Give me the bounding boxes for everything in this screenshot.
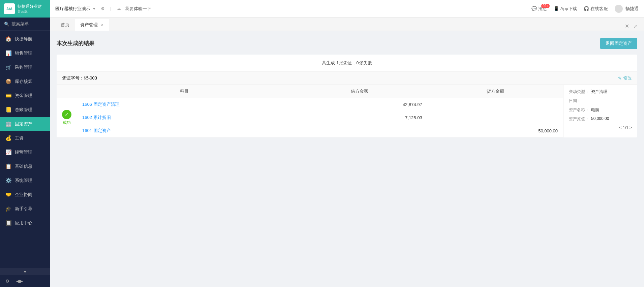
finance-icon: 💳	[5, 93, 11, 99]
user-profile-btn[interactable]: 畅捷通	[615, 5, 639, 13]
search-menu-label: 搜索菜单	[11, 21, 29, 27]
th-debit: 借方金额	[292, 85, 427, 98]
asset-name-row: 资产名称： 电脑	[569, 107, 632, 113]
purchase-icon: 🛒	[5, 64, 11, 70]
voucher-section: 凭证字号：记-003 ✎ 修改 科目 借方金额 贷方金额	[57, 72, 637, 137]
asset-name-label: 资产名称：	[569, 107, 589, 113]
messages-btn[interactable]: 💬 消息 99+	[531, 6, 547, 12]
sidebar-item-basic-info[interactable]: 📋 基础信息	[0, 159, 50, 173]
settings-btn[interactable]: ⚙	[101, 6, 105, 11]
main-content: 医疗器械行业演示 ▾ ⚙ | ☁ 我要体验一下 💬 消息 99+ 📱 App下载…	[50, 0, 644, 287]
sidebar-item-operations[interactable]: 📈 经营管理	[0, 145, 50, 159]
logo: AtA 畅捷通好业财 普及版	[0, 0, 50, 18]
next-page-btn[interactable]: >	[630, 125, 632, 130]
tab-asset-management[interactable]: 资产管理 ×	[75, 19, 109, 31]
dropdown-icon[interactable]: ▾	[93, 6, 95, 11]
search-icon: 🔍	[4, 22, 9, 27]
table-row: 1601 固定资产 50,000.00	[57, 124, 563, 137]
fixed-assets-label: 固定资产	[15, 121, 32, 127]
user-name: 畅捷通	[625, 6, 639, 12]
experience-button[interactable]: 我要体验一下	[125, 6, 151, 12]
sidebar-item-quick-nav[interactable]: 🏠 快捷导航	[0, 32, 50, 46]
sidebar-item-system[interactable]: ⚙️ 系统管理	[0, 173, 50, 188]
settings-icon[interactable]: ⚙	[5, 279, 9, 284]
voucher-number: 凭证字号：记-003	[62, 75, 97, 81]
ledger-label: 总账管理	[15, 107, 32, 113]
sidebar-item-sales[interactable]: 📊 销售管理	[0, 46, 50, 60]
guide-icon: 🎓	[5, 206, 11, 212]
guide-label: 新手引导	[15, 206, 32, 212]
sidebar-nav: 🏠 快捷导航 📊 销售管理 🛒 采购管理 📦 库存核算 💳 资金管理 📒 总账管…	[0, 31, 50, 268]
tab-close-btn[interactable]: ×	[101, 23, 103, 27]
change-type-value: 资产清理	[591, 89, 607, 95]
panel-close-btn[interactable]: ✕	[623, 22, 631, 31]
app-center-icon: 🔲	[5, 220, 11, 226]
sidebar-item-enterprise[interactable]: 🤝 企业协同	[0, 188, 50, 202]
quick-nav-label: 快捷导航	[15, 36, 32, 42]
sidebar-item-inventory[interactable]: 📦 库存核算	[0, 74, 50, 89]
sidebar-item-fixed-assets[interactable]: 🏢 固定资产	[0, 117, 50, 131]
tab-home[interactable]: 首页	[55, 19, 75, 31]
asset-value-row: 资产原值： 50,000.00	[569, 116, 632, 122]
sidebar-item-app-center[interactable]: 🔲 应用中心	[0, 216, 50, 230]
sidebar-scroll-down[interactable]: ▾	[0, 268, 50, 275]
sidebar-item-ledger[interactable]: 📒 总账管理	[0, 103, 50, 117]
sidebar-item-finance[interactable]: 💳 资金管理	[0, 89, 50, 103]
collapse-icon[interactable]: ◀▶	[16, 279, 23, 284]
panel-expand-btn[interactable]: ⤢	[632, 22, 639, 30]
prev-page-btn[interactable]: <	[619, 125, 622, 130]
th-subject: 科目	[77, 85, 292, 98]
system-icon: ⚙️	[5, 178, 11, 184]
edit-label: 修改	[623, 75, 632, 81]
online-service-label: 在线客服	[590, 6, 608, 12]
basic-info-label: 基础信息	[15, 163, 32, 169]
topbar: 医疗器械行业演示 ▾ ⚙ | ☁ 我要体验一下 💬 消息 99+ 📱 App下载…	[50, 0, 644, 18]
status-cell: ✓ 成功	[57, 98, 77, 137]
app-download-btn[interactable]: 📱 App下载	[554, 6, 577, 12]
debit-1606: 42,874.97	[292, 98, 427, 111]
sidebar-item-purchase[interactable]: 🛒 采购管理	[0, 60, 50, 74]
home-tab-label: 首页	[61, 22, 69, 27]
user-avatar	[615, 5, 623, 13]
side-info-pagination[interactable]: < 1/1 >	[569, 125, 632, 130]
logo-sub: 普及版	[18, 9, 42, 14]
th-credit: 贷方金额	[428, 85, 563, 98]
result-card: 共生成 1张凭证，0张失败 凭证字号：记-003 ✎ 修改	[57, 55, 637, 137]
th-status	[57, 85, 77, 98]
tabbar: 首页 资产管理 × ✕ ⤢	[50, 18, 644, 31]
asset-value-value: 50,000.00	[591, 116, 609, 122]
purchase-label: 采购管理	[15, 64, 32, 70]
return-button[interactable]: 返回固定资产	[600, 38, 637, 49]
operations-label: 经营管理	[15, 149, 32, 155]
asset-value-label: 资产原值：	[569, 116, 589, 122]
enterprise-icon: 🤝	[5, 192, 11, 198]
subject-1602: 1602 累计折旧	[77, 111, 292, 124]
search-menu-item[interactable]: 🔍 搜索菜单	[0, 18, 50, 31]
topbar-right: 💬 消息 99+ 📱 App下载 🎧 在线客服 畅捷通	[531, 5, 639, 13]
company-name: 医疗器械行业演示	[55, 6, 90, 12]
basic-info-icon: 📋	[5, 163, 11, 169]
system-label: 系统管理	[15, 178, 32, 184]
message-icon: 💬	[531, 6, 537, 11]
edit-voucher-btn[interactable]: ✎ 修改	[618, 75, 632, 81]
inventory-icon: 📦	[5, 78, 11, 85]
sidebar-item-salary[interactable]: 💰 工资	[0, 131, 50, 145]
logo-text: 畅捷通好业财	[18, 4, 42, 9]
voucher-header: 凭证字号：记-003 ✎ 修改	[57, 72, 637, 85]
edit-icon: ✎	[618, 76, 622, 81]
result-summary: 共生成 1张凭证，0张失败	[57, 55, 637, 72]
messages-badge: 99+	[541, 4, 550, 8]
online-service-btn[interactable]: 🎧 在线客服	[584, 6, 608, 12]
active-tab-label: 资产管理	[80, 22, 98, 27]
change-type-label: 变动类型：	[569, 89, 589, 95]
page-title: 本次生成的结果	[57, 40, 94, 47]
debit-1601	[292, 124, 427, 137]
asset-name-value: 电脑	[591, 107, 599, 113]
status-label: 成功	[62, 120, 71, 126]
credit-1602	[428, 111, 563, 124]
sidebar: AtA 畅捷通好业财 普及版 🔍 搜索菜单 🏠 快捷导航 📊 销售管理 🛒 采购…	[0, 0, 50, 287]
subject-1606: 1606 固定资产清理	[77, 98, 292, 111]
table-row: 1602 累计折旧 7,125.03	[57, 111, 563, 124]
voucher-table: 科目 借方金额 贷方金额 ✓ 成功 1606 固定资	[57, 85, 563, 137]
sidebar-item-guide[interactable]: 🎓 新手引导	[0, 202, 50, 216]
